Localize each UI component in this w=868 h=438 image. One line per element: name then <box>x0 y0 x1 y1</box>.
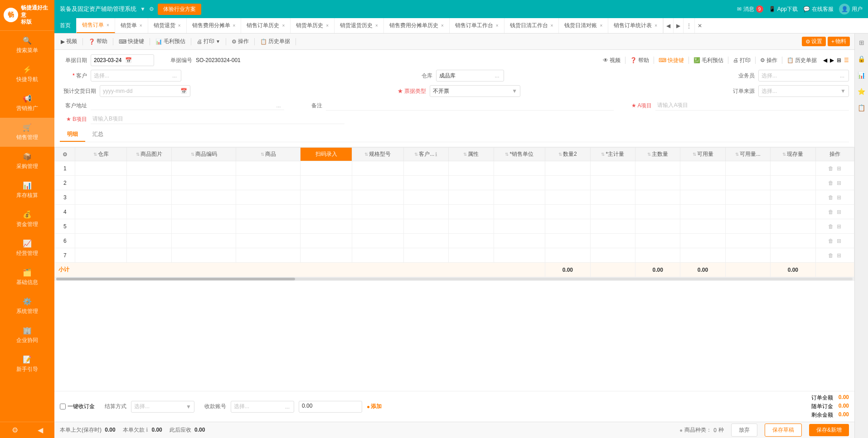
nav-next-icon[interactable]: ▶ <box>830 57 834 63</box>
address-input[interactable]: ... <box>91 101 284 110</box>
view-btn[interactable]: ▶ 视频 <box>59 37 79 46</box>
tab-summary[interactable]: 汇总 <box>85 128 111 142</box>
tab-sales-return[interactable]: 销货退货 × <box>148 18 187 33</box>
add-row-btn[interactable]: ● 添加 <box>367 403 382 410</box>
save-draft-btn[interactable]: 保存草稿 <box>765 424 802 437</box>
tab-next-btn[interactable]: ▶ <box>673 18 683 33</box>
shortcut-btn[interactable]: ⌨ 快捷键 <box>117 37 146 46</box>
save-new-btn[interactable]: 保存&新增 <box>809 424 849 436</box>
quick-payment-check[interactable] <box>60 404 66 409</box>
account-select[interactable]: 选择... ... <box>231 401 294 413</box>
online-service-btn[interactable]: 💬 在线客服 <box>803 5 834 13</box>
tab-close-icon[interactable]: × <box>233 23 236 28</box>
tab-cash-daily-reconcile[interactable]: 钱货日清对账 × <box>559 18 608 33</box>
profit-btn[interactable]: 📊 毛利预估 <box>154 37 187 46</box>
tab-close-icon[interactable]: × <box>441 23 444 28</box>
history-btn-form[interactable]: 📋 历史单据 <box>785 56 819 65</box>
tab-sales-order[interactable]: 销售订单 × <box>77 18 115 33</box>
delete-row-icon[interactable]: 🗑 <box>828 238 834 244</box>
delete-row-icon[interactable]: 🗑 <box>828 165 834 172</box>
panel-icon-1[interactable]: ⊞ <box>857 37 866 48</box>
scrollbar-thumb[interactable] <box>56 278 295 280</box>
header-settings-icon[interactable]: ▼ <box>140 6 145 12</box>
tab-sales-expense[interactable]: 销售费用分摊单 × <box>187 18 242 33</box>
order-source-input[interactable]: 选择... ▼ <box>758 85 849 97</box>
sidebar-collapse-btn[interactable]: ◀ <box>38 426 43 434</box>
industry-btn[interactable]: 体验行业方案 <box>158 4 201 15</box>
copy-row-icon[interactable]: ⊞ <box>837 223 841 230</box>
staff-input[interactable]: 选择... ... <box>758 70 849 82</box>
horizontal-scrollbar[interactable] <box>54 277 854 281</box>
sidebar-item-quick-nav[interactable]: ⚡ 快捷导航 <box>0 60 54 89</box>
date-input[interactable]: 2023-03-24 📅 <box>91 54 154 66</box>
tab-close-icon[interactable]: × <box>282 23 285 28</box>
op-btn-form[interactable]: ⚙ 操作 <box>758 56 779 65</box>
amount-input[interactable]: 0.00 <box>299 401 362 413</box>
tab-home[interactable]: 首页 <box>54 18 77 33</box>
profit-btn-form[interactable]: 💹 毛利预估 <box>692 56 725 65</box>
tab-sales-order-stats[interactable]: 销售订单统计表 × <box>608 18 663 33</box>
grid-view-icon[interactable]: ⊞ <box>837 57 841 63</box>
copy-row-icon[interactable]: ⊞ <box>837 194 841 201</box>
warehouse-input[interactable]: 成品库 ... <box>436 70 504 82</box>
sidebar-item-guide[interactable]: 📝 新手引导 <box>0 350 54 379</box>
sidebar-item-basic[interactable]: 🗂️ 基础信息 <box>0 263 54 292</box>
sidebar-item-marketing[interactable]: 📢 营销推广 <box>0 89 54 118</box>
sidebar-item-enterprise[interactable]: 🏢 企业协同 <box>0 321 54 350</box>
copy-row-icon[interactable]: ⊞ <box>837 252 841 259</box>
delete-row-icon[interactable]: 🗑 <box>828 209 834 215</box>
add-material-btn[interactable]: + 物料 <box>828 37 850 46</box>
eye-btn[interactable]: 👁 视频 <box>601 56 622 65</box>
tab-close-icon[interactable]: × <box>178 23 181 28</box>
sidebar-item-system[interactable]: ⚙️ 系统管理 <box>0 292 54 321</box>
app-download-btn[interactable]: 📱 App下载 <box>769 5 798 13</box>
help-btn-form[interactable]: ❓ 帮助 <box>628 56 651 65</box>
copy-row-icon[interactable]: ⊞ <box>837 165 841 172</box>
header-gear-icon[interactable]: ⚙ <box>149 6 154 12</box>
keyboard-btn[interactable]: ⌨ 快捷键 <box>657 56 686 65</box>
warehouse-ellipsis[interactable]: ... <box>493 72 500 79</box>
sidebar-item-finance[interactable]: 💰 资金管理 <box>0 205 54 234</box>
panel-icon-2[interactable]: 🔒 <box>856 53 867 64</box>
delivery-date-input[interactable]: yyyy-mm-dd 📅 <box>100 85 190 97</box>
tab-sales-order-history[interactable]: 销售订单历史 × <box>241 18 291 33</box>
sidebar-settings-btn[interactable]: ⚙ <box>12 426 18 434</box>
tab-sales-order-workbench[interactable]: 销售订单工作台 × <box>450 18 504 33</box>
user-btn[interactable]: 👤 用户 <box>839 4 863 14</box>
panel-icon-3[interactable]: 📊 <box>856 70 867 81</box>
delete-row-icon[interactable]: 🗑 <box>828 252 834 259</box>
customer-ellipsis[interactable]: ... <box>171 72 178 79</box>
invoice-type-select[interactable]: 不开票 ▼ <box>430 85 520 97</box>
tab-close-icon[interactable]: × <box>140 23 142 28</box>
tab-close-all-btn[interactable]: ✕ <box>694 18 705 33</box>
remark-input[interactable] <box>326 101 614 111</box>
tab-more-btn[interactable]: ⋮ <box>683 18 694 33</box>
tab-sales-return-history[interactable]: 销货退货历史 × <box>335 18 384 33</box>
tab-detail[interactable]: 明细 <box>60 128 85 142</box>
tab-sales-bill[interactable]: 销货单 × <box>115 18 148 33</box>
tab-close-icon[interactable]: × <box>600 23 602 28</box>
column-settings-icon[interactable]: ⚙ <box>63 151 68 158</box>
delete-row-icon[interactable]: 🗑 <box>828 223 834 230</box>
panel-icon-5[interactable]: 📋 <box>856 102 867 113</box>
sidebar-item-inventory[interactable]: 📊 库存核算 <box>0 176 54 205</box>
tab-cash-daily-workbench[interactable]: 钱货日清工作台 × <box>504 18 559 33</box>
sidebar-item-sales[interactable]: 🛒 销售管理 <box>0 118 54 147</box>
b-project-input[interactable]: 请输入B项目 <box>91 114 344 124</box>
tab-prev-btn[interactable]: ◀ <box>663 18 673 33</box>
history-btn[interactable]: 📋 历史单据 <box>258 37 292 46</box>
message-btn[interactable]: ✉ 消息 9 <box>737 5 763 13</box>
print-btn[interactable]: 🖨 打印 ▼ <box>195 37 222 46</box>
panel-icon-4[interactable]: ⭐ <box>856 86 867 97</box>
help-btn[interactable]: ❓ 帮助 <box>87 37 109 46</box>
tab-close-icon[interactable]: × <box>375 23 378 28</box>
th-scan[interactable]: 扫码录入 <box>301 148 352 161</box>
copy-row-icon[interactable]: ⊞ <box>837 180 841 186</box>
sidebar-item-purchase[interactable]: 📦 采购管理 <box>0 147 54 176</box>
copy-row-icon[interactable]: ⊞ <box>837 209 841 215</box>
tab-close-icon[interactable]: × <box>655 23 657 28</box>
staff-ellipsis[interactable]: ... <box>839 72 846 79</box>
tab-close-icon[interactable]: × <box>551 23 553 28</box>
customer-input[interactable]: 选择... ... <box>91 70 181 82</box>
delete-row-icon[interactable]: 🗑 <box>828 194 834 201</box>
